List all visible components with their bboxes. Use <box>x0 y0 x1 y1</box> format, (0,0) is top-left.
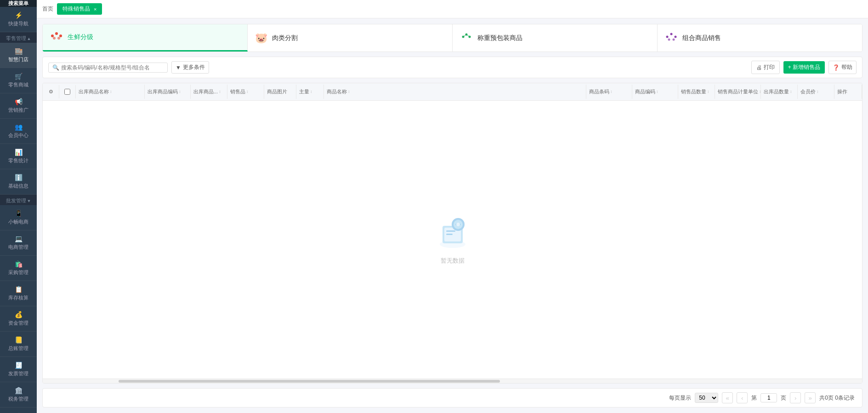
next-page-btn[interactable]: › <box>790 392 801 403</box>
tab-close-btn[interactable]: × <box>94 6 96 12</box>
col-sale-unit[interactable]: 销售商品计量单位 ↕ <box>715 85 761 99</box>
col-image[interactable]: 商品图片 <box>264 85 296 99</box>
svg-point-3 <box>53 37 56 40</box>
tab-card-weight-pack[interactable]: 称重预包装商品 <box>453 24 658 52</box>
col-out-code[interactable]: 出库商品编码 ↕ <box>145 85 191 99</box>
col-operate-label: 操作 <box>837 88 847 95</box>
per-page-label: 每页显示 <box>669 394 691 402</box>
sidebar-item-retail-mall[interactable]: 🛒 零售商城 <box>0 68 37 93</box>
sidebar-item-stock[interactable]: 📋 库存核算 <box>0 281 37 306</box>
filter-button[interactable]: ▼ 更多条件 <box>171 61 209 74</box>
per-page-select[interactable]: 50 10 20 100 <box>695 393 718 403</box>
horizontal-scrollbar[interactable] <box>43 379 862 383</box>
active-tab[interactable]: 特殊销售品 × <box>57 3 102 15</box>
scrollbar-thumb[interactable] <box>119 380 500 383</box>
col-main-label: 主量 <box>299 88 309 95</box>
new-label: + 新增销售品 <box>788 63 820 71</box>
svg-point-10 <box>666 35 669 38</box>
tab-card-meat-cut[interactable]: 🐷 肉类分割 <box>248 24 453 52</box>
sidebar-item-basic-info[interactable]: ℹ️ 基础信息 <box>0 169 37 195</box>
empty-text: 暂无数据 <box>441 257 465 265</box>
col-sale-item-label: 销售品 <box>230 88 245 95</box>
new-sale-button[interactable]: + 新增销售品 <box>783 61 825 74</box>
col-prod-code[interactable]: 商品编码 ↕ <box>632 85 678 99</box>
col-settings[interactable]: ⚙ <box>43 85 59 98</box>
sidebar-section-retail[interactable]: 零售管理 ▲ <box>0 32 37 43</box>
col-out-name[interactable]: 出库商品名称 ↕ <box>76 85 145 99</box>
col-out-qty[interactable]: 出库品数量 ↕ <box>761 85 798 99</box>
sidebar-item-fixed-assets[interactable]: 🏢 固定资产 <box>0 407 37 413</box>
prev-page-btn[interactable]: ‹ <box>737 392 748 403</box>
sort-prod-code[interactable]: ↕ <box>656 90 658 94</box>
col-sale-item[interactable]: 销售品 ↕ <box>227 85 264 99</box>
sidebar-item-capital[interactable]: 💰 资金管理 <box>0 306 37 332</box>
svg-point-4 <box>57 37 60 40</box>
sidebar-item-label: 小畅电商 <box>8 218 28 225</box>
sidebar-item-label: 零售商城 <box>8 81 28 88</box>
tab-label-combo: 组合商品销售 <box>682 34 721 42</box>
col-checkbox[interactable] <box>59 85 76 98</box>
empty-illustration <box>434 214 471 251</box>
sidebar-item-member[interactable]: 👥 会员中心 <box>0 119 37 144</box>
sidebar-item-ledger[interactable]: 📒 总账管理 <box>0 332 37 357</box>
sidebar-item-mini-ecom[interactable]: 📱 小畅电商 <box>0 205 37 230</box>
tab-label-fresh: 生鲜分级 <box>68 33 93 41</box>
sort-sale-item[interactable]: ↕ <box>246 90 249 94</box>
tab-card-fresh-grade[interactable]: 生鲜分级 <box>43 24 248 52</box>
tab-label: 特殊销售品 <box>62 5 90 13</box>
sort-out-name[interactable]: ↕ <box>110 90 112 94</box>
page-input[interactable] <box>760 393 777 402</box>
ledger-icon: 📒 <box>15 336 23 344</box>
col-out-spec[interactable]: 出库商品... ↕ <box>191 85 227 99</box>
sidebar-section-batch[interactable]: 批发管理 ▼ <box>0 195 37 205</box>
col-main[interactable]: 主量 ↕ <box>296 85 324 99</box>
col-sale-qty[interactable]: 销售品数量 ↕ <box>678 85 715 99</box>
col-sale-qty-label: 销售品数量 <box>681 88 706 95</box>
member-icon: 👥 <box>15 123 23 131</box>
col-member-price[interactable]: 会员价 ↕ <box>798 85 834 99</box>
search-input[interactable] <box>61 64 162 71</box>
print-button[interactable]: 🖨 打印 <box>751 61 780 74</box>
first-page-btn[interactable]: « <box>722 392 733 403</box>
sidebar-item-purchase[interactable]: 🛍️ 采购管理 <box>0 256 37 281</box>
sort-sale-qty[interactable]: ↕ <box>707 90 709 94</box>
ecom-mgmt-icon: 💻 <box>15 235 23 242</box>
svg-point-12 <box>675 35 677 38</box>
filter-label: 更多条件 <box>183 63 205 71</box>
sidebar-item-label: 快捷导航 <box>8 20 28 27</box>
sort-member-price[interactable]: ↕ <box>817 90 819 94</box>
col-prod-name[interactable]: 商品名称 ↕ <box>324 85 586 99</box>
svg-rect-21 <box>446 230 455 232</box>
sort-out-qty[interactable]: ↕ <box>790 90 792 94</box>
pagination-bar: 每页显示 50 10 20 100 « ‹ 第 页 › » 共0页 0条记录 <box>42 388 862 407</box>
sidebar-item-invoice[interactable]: 🧾 发票管理 <box>0 357 37 382</box>
sort-prod-name[interactable]: ↕ <box>348 90 350 94</box>
sort-barcode[interactable]: ↕ <box>610 90 613 94</box>
sidebar-item-quick-nav[interactable]: ⚡ 快捷导航 <box>0 7 37 32</box>
sidebar-item-smart-store[interactable]: 🏬 智慧门店 <box>0 43 37 68</box>
sort-out-code[interactable]: ↕ <box>179 90 181 94</box>
purchase-icon: 🛍️ <box>15 260 23 268</box>
search-box[interactable]: 🔍 <box>48 63 168 73</box>
svg-rect-22 <box>446 234 453 235</box>
sidebar-item-retail-stats[interactable]: 📊 零售统计 <box>0 144 37 169</box>
col-prod-name-label: 商品名称 <box>327 88 347 95</box>
sidebar-item-tax[interactable]: 🏛️ 税务管理 <box>0 382 37 407</box>
last-page-btn[interactable]: » <box>805 392 816 403</box>
sidebar-item-sales-promo[interactable]: 📢 营销推广 <box>0 93 37 119</box>
select-all-checkbox[interactable] <box>64 89 70 95</box>
sidebar-item-label: 库存核算 <box>8 294 28 301</box>
svg-line-9 <box>466 34 470 37</box>
sidebar-item-label: 总账管理 <box>8 345 28 352</box>
home-breadcrumb[interactable]: 首页 <box>42 5 53 13</box>
main-area: 首页 特殊销售品 × 生鲜分级 <box>37 0 868 413</box>
sidebar-item-ecom-mgmt[interactable]: 💻 电商管理 <box>0 230 37 256</box>
sort-main[interactable]: ↕ <box>310 90 312 94</box>
col-barcode-label: 商品条码 <box>589 88 609 95</box>
col-barcode[interactable]: 商品条码 ↕ <box>586 85 632 99</box>
sort-out-spec[interactable]: ↕ <box>219 90 221 94</box>
svg-point-20 <box>456 223 460 226</box>
tax-icon: 🏛️ <box>15 387 23 394</box>
help-button[interactable]: ❓ 帮助 <box>828 61 857 74</box>
tab-card-combo[interactable]: 组合商品销售 <box>658 24 862 52</box>
